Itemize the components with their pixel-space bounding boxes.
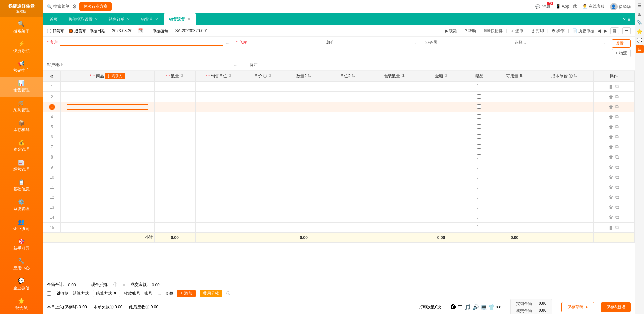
delete-icon-2[interactable]: 🗑 xyxy=(609,94,613,100)
gift-cell-15[interactable] xyxy=(465,223,494,233)
avail-cell-2[interactable] xyxy=(494,92,535,102)
scan-btn[interactable]: 扫码录入 xyxy=(105,73,125,79)
logistics-btn[interactable]: + 物流 xyxy=(612,49,631,57)
gift-cell-3[interactable] xyxy=(465,102,494,112)
print-btn[interactable]: 🖨 打印 xyxy=(531,28,544,34)
unit2-cell-5[interactable] xyxy=(324,122,371,132)
pkg-cell-2[interactable] xyxy=(371,92,418,102)
qty-cell-6[interactable] xyxy=(154,132,195,142)
search-area[interactable]: 🔍 搜索菜单 xyxy=(47,4,69,9)
product-cell-5[interactable] xyxy=(61,122,154,132)
save-draft-btn[interactable]: 保存草稿 ▲ xyxy=(561,302,594,312)
delete-icon-8[interactable]: 🗑 xyxy=(609,154,613,160)
product-cell-8[interactable] xyxy=(61,152,154,162)
cost-cell-6[interactable] xyxy=(535,132,594,142)
address-input[interactable] xyxy=(65,62,231,68)
unit2-cell-14[interactable] xyxy=(324,212,371,223)
grid-view-btn[interactable]: ▦ xyxy=(610,27,619,34)
qty2-cell-1[interactable] xyxy=(283,82,324,92)
pkg-cell-1[interactable] xyxy=(371,82,418,92)
amount-cell-2[interactable] xyxy=(418,92,465,102)
col-settings[interactable]: ⚙ xyxy=(43,71,61,82)
cost-cell-10[interactable] xyxy=(535,172,594,182)
cost-cell-12[interactable] xyxy=(535,192,594,202)
delete-icon-14[interactable]: 🗑 xyxy=(609,215,613,220)
gift-cell-11[interactable] xyxy=(465,182,494,192)
qty-cell-13[interactable] xyxy=(154,202,195,212)
avail-cell-1[interactable] xyxy=(494,82,535,92)
price-cell-5[interactable] xyxy=(242,122,283,132)
settings-btn[interactable]: 设置 xyxy=(612,39,631,48)
pkg-cell-3[interactable] xyxy=(371,102,418,112)
unit-cell-2[interactable] xyxy=(195,92,242,102)
app-download-link[interactable]: 📱 App下载 xyxy=(556,4,577,9)
warehouse-dots[interactable]: ... xyxy=(415,40,419,45)
qty2-cell-11[interactable] xyxy=(283,182,324,192)
price-cell-2[interactable] xyxy=(242,92,283,102)
pkg-cell-13[interactable] xyxy=(371,202,418,212)
sidebar-item-marketing[interactable]: 📢 营销推广 xyxy=(0,57,43,77)
qty2-cell-15[interactable] xyxy=(283,223,324,233)
copy-icon-3[interactable]: ⧉ xyxy=(615,104,619,110)
price-cell-4[interactable] xyxy=(242,112,283,122)
amount-cell-6[interactable] xyxy=(418,132,465,142)
warehouse-input[interactable] xyxy=(249,39,412,45)
pkg-cell-5[interactable] xyxy=(371,122,418,132)
price-cell-9[interactable] xyxy=(242,162,283,172)
price-cell-13[interactable] xyxy=(242,202,283,212)
cost-cell-11[interactable] xyxy=(535,182,594,192)
one-key-label[interactable]: 一键收款 xyxy=(47,291,69,296)
amount-cell-14[interactable] xyxy=(418,212,465,223)
avail-cell-8[interactable] xyxy=(494,152,535,162)
tab-sales-return[interactable]: 销货退货 ✕ xyxy=(164,13,196,25)
sidebar-item-system[interactable]: ⚙️ 系统管理 xyxy=(0,195,43,215)
avail-cell-15[interactable] xyxy=(494,223,535,233)
qty-cell-9[interactable] xyxy=(154,162,195,172)
note-input[interactable] xyxy=(260,62,631,68)
tab-close-all[interactable]: ✕ xyxy=(623,17,626,22)
cost-cell-1[interactable] xyxy=(535,82,594,92)
sidebar-item-wechat[interactable]: 💬 企业微信 xyxy=(0,274,43,294)
cost-cell-13[interactable] xyxy=(535,202,594,212)
price-cell-12[interactable] xyxy=(242,192,283,202)
copy-icon-12[interactable]: ⧉ xyxy=(615,194,619,200)
pkg-cell-4[interactable] xyxy=(371,112,418,122)
product-cell-6[interactable] xyxy=(61,132,154,142)
pkg-cell-9[interactable] xyxy=(371,162,418,172)
product-cell-11[interactable] xyxy=(61,182,154,192)
gift-cell-10[interactable] xyxy=(465,172,494,182)
copy-icon-11[interactable]: ⧉ xyxy=(615,184,619,190)
tab-menu[interactable]: ⊟ xyxy=(627,17,631,22)
pkg-cell-14[interactable] xyxy=(371,212,418,223)
unit-cell-1[interactable] xyxy=(195,82,242,92)
sidebar-item-search[interactable]: 🔍 搜索菜单 xyxy=(0,17,43,37)
sidebar-item-vip[interactable]: 🌟 畅会员 xyxy=(0,294,43,314)
delete-icon-4[interactable]: 🗑 xyxy=(609,114,613,120)
unit-cell-12[interactable] xyxy=(195,192,242,202)
copy-icon-13[interactable]: ⧉ xyxy=(615,204,619,210)
tab-sales-order-close[interactable]: ✕ xyxy=(127,17,130,22)
amount-cell-8[interactable] xyxy=(418,152,465,162)
right-panel-icon-5[interactable]: 💬 xyxy=(636,36,644,44)
cost-cell-9[interactable] xyxy=(535,162,594,172)
avail-cell-6[interactable] xyxy=(494,132,535,142)
qty-cell-7[interactable] xyxy=(154,142,195,152)
unit2-cell-2[interactable] xyxy=(324,92,371,102)
delete-icon-7[interactable]: 🗑 xyxy=(609,144,613,150)
qty2-cell-5[interactable] xyxy=(283,122,324,132)
history-btn[interactable]: 📄 历史单据 xyxy=(572,28,594,34)
tab-price-extract[interactable]: 售价提取设置 ✕ xyxy=(63,13,103,25)
copy-icon-14[interactable]: ⧉ xyxy=(615,214,619,220)
qty2-cell-10[interactable] xyxy=(283,172,324,182)
cost-cell-2[interactable] xyxy=(535,92,594,102)
unit2-cell-15[interactable] xyxy=(324,223,371,233)
calendar-icon[interactable]: 📅 xyxy=(138,28,143,33)
price-cell-14[interactable] xyxy=(242,212,283,223)
delete-icon-9[interactable]: 🗑 xyxy=(609,165,613,170)
copy-icon-4[interactable]: ⧉ xyxy=(615,114,619,120)
pkg-cell-8[interactable] xyxy=(371,152,418,162)
product-cell-9[interactable] xyxy=(61,162,154,172)
qty-cell-10[interactable] xyxy=(154,172,195,182)
avail-cell-10[interactable] xyxy=(494,172,535,182)
product-cell-13[interactable] xyxy=(61,202,154,212)
